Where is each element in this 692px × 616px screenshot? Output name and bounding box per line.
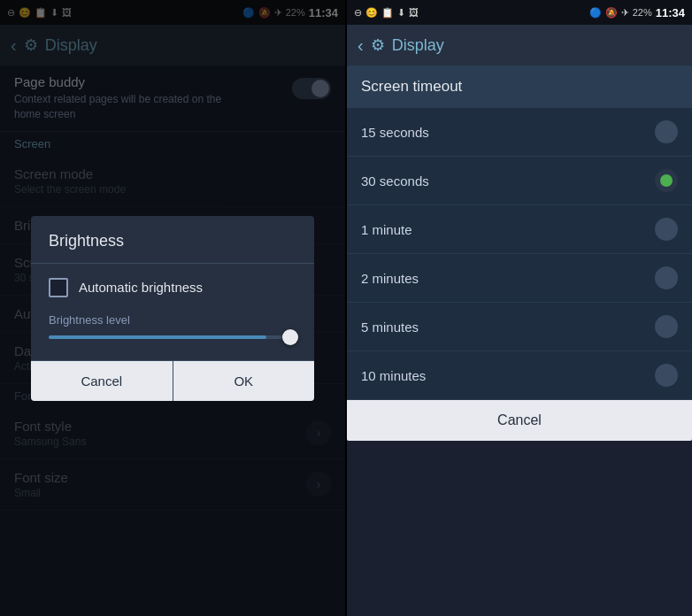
radio-1m — [655, 218, 678, 241]
brightness-slider-thumb[interactable] — [282, 329, 298, 345]
right-panel: ⊖ 😊 📋 ⬇ 🖼 🔵 🔕 ✈ 22% 11:34 ‹ ⚙ Display Pa… — [347, 0, 692, 616]
timeout-option-2m[interactable]: 2 minutes — [347, 254, 692, 303]
page-title-right: Display — [392, 36, 444, 55]
back-arrow-icon-right[interactable]: ‹ — [358, 35, 364, 56]
battery-right: 22% — [633, 7, 652, 18]
status-right-right-icons: 🔵 🔕 ✈ 22% 11:34 — [589, 6, 685, 19]
status-right-left-icons: ⊖ 😊 📋 ⬇ 🖼 — [354, 7, 419, 19]
brightness-slider-track[interactable] — [49, 335, 296, 339]
timeout-option-10m[interactable]: 10 minutes — [347, 351, 692, 400]
timeout-option-30s[interactable]: 30 seconds — [347, 157, 692, 205]
timeout-option-1m[interactable]: 1 minute — [347, 205, 692, 254]
brightness-dialog-overlay: Brightness Automatic brightness Brightne… — [0, 0, 345, 616]
timeout-label-10m: 10 minutes — [361, 368, 426, 383]
auto-brightness-label: Automatic brightness — [79, 280, 203, 295]
brightness-dialog-body: Automatic brightness Brightness level — [31, 264, 314, 360]
left-panel: ⊖ 😊 📋 ⬇ 🖼 🔵 🔕 ✈ 22% 11:34 ‹ ⚙ Display Pa… — [0, 0, 345, 616]
timeout-dialog-header: Screen timeout — [347, 65, 692, 108]
brightness-ok-button[interactable]: OK — [173, 361, 315, 401]
timeout-dialog-title: Screen timeout — [361, 78, 678, 96]
radio-30s — [655, 169, 678, 192]
screen-timeout-dialog: Screen timeout 15 seconds 30 seconds 1 m… — [347, 65, 692, 441]
brightness-level-label: Brightness level — [49, 313, 296, 327]
time-right: 11:34 — [656, 6, 685, 19]
radio-5m — [655, 315, 678, 338]
brightness-dialog: Brightness Automatic brightness Brightne… — [31, 216, 314, 401]
brightness-cancel-button[interactable]: Cancel — [31, 361, 173, 401]
title-bar-right: ‹ ⚙ Display — [347, 25, 692, 65]
timeout-label-2m: 2 minutes — [361, 271, 419, 286]
timeout-cancel-button[interactable]: Cancel — [347, 400, 692, 441]
timeout-label-5m: 5 minutes — [361, 320, 419, 335]
minus-icon-right: ⊖ — [354, 7, 362, 19]
brightness-slider-fill — [49, 335, 266, 339]
timeout-option-15s[interactable]: 15 seconds — [347, 108, 692, 157]
radio-dot-30s — [660, 174, 673, 187]
timeout-label-1m: 1 minute — [361, 222, 412, 237]
auto-brightness-checkbox[interactable] — [49, 278, 68, 297]
status-bar-right: ⊖ 😊 📋 ⬇ 🖼 🔵 🔕 ✈ 22% 11:34 — [347, 0, 692, 25]
timeout-label-30s: 30 seconds — [361, 173, 429, 189]
airplane-icon-right: ✈ — [621, 7, 629, 19]
timeout-option-5m[interactable]: 5 minutes — [347, 303, 692, 351]
smiley-icon-right: 😊 — [365, 7, 378, 19]
radio-10m — [655, 364, 678, 387]
radio-2m — [655, 266, 678, 289]
radio-15s — [655, 120, 678, 143]
gear-icon-right: ⚙ — [371, 35, 385, 55]
timeout-label-15s: 15 seconds — [361, 125, 429, 140]
auto-brightness-row[interactable]: Automatic brightness — [49, 278, 296, 297]
download-icon-right: ⬇ — [397, 7, 405, 19]
brightness-dialog-title: Brightness — [31, 216, 314, 264]
image-icon-right: 🖼 — [409, 7, 419, 18]
brightness-dialog-buttons: Cancel OK — [31, 360, 314, 401]
bluetooth-icon-right: 🔵 — [589, 7, 602, 19]
clipboard-icon-right: 📋 — [381, 7, 394, 19]
mute-icon-right: 🔕 — [605, 7, 618, 19]
